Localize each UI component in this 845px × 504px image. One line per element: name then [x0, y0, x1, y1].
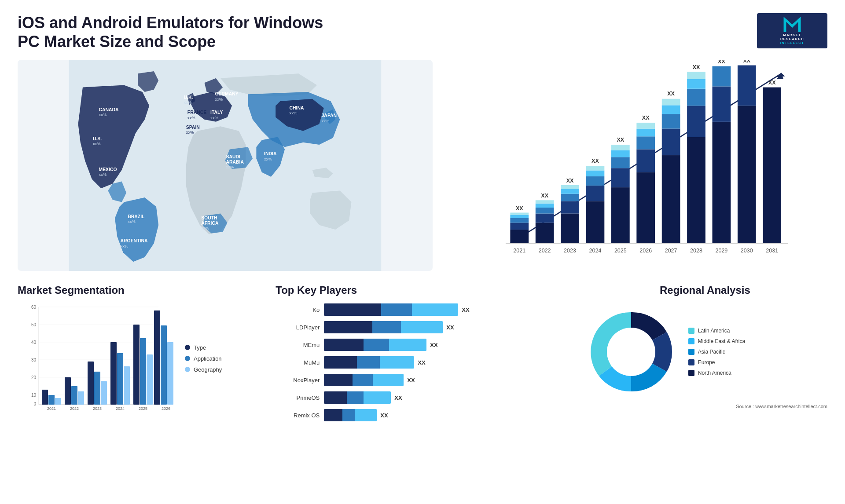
svg-text:2031: 2031	[766, 248, 778, 254]
svg-text:XX: XX	[592, 158, 599, 164]
svg-rect-82	[687, 79, 705, 89]
svg-text:SOUTH: SOUTH	[201, 216, 217, 221]
svg-text:CHINA: CHINA	[290, 106, 304, 110]
svg-text:XX: XX	[693, 64, 700, 70]
svg-rect-53	[561, 185, 579, 189]
logo-line2: RESEARCH	[780, 37, 804, 41]
svg-rect-63	[611, 157, 630, 168]
svg-rect-39	[510, 218, 529, 223]
legend-middle-east-label: Middle East & Africa	[698, 338, 745, 344]
svg-rect-129	[88, 362, 94, 405]
svg-text:xx%: xx%	[201, 226, 209, 230]
svg-rect-135	[124, 366, 130, 405]
svg-rect-86	[712, 87, 731, 122]
legend-latin-america: Latin America	[688, 328, 745, 334]
legend-type: Type	[185, 344, 222, 351]
legend-europe-color	[688, 359, 694, 365]
svg-rect-77	[662, 99, 680, 106]
segment-title: Market Segmentation	[18, 284, 262, 296]
svg-rect-138	[140, 338, 146, 405]
svg-text:50: 50	[31, 322, 37, 327]
player-bar-light-ko	[412, 303, 458, 316]
player-bar-mumu: XX	[324, 356, 569, 369]
player-bar-noxplayer: XX	[324, 374, 569, 386]
svg-text:xx%: xx%	[186, 130, 194, 135]
legend-north-america-label: North America	[698, 370, 731, 376]
page-wrapper: iOS and Android Emulators for Windows PC…	[0, 0, 845, 504]
regional-legend: Latin America Middle East & Africa Asia …	[688, 328, 745, 376]
svg-rect-44	[536, 214, 554, 223]
player-bar-light-mumu	[380, 356, 414, 369]
svg-rect-56	[586, 186, 604, 201]
svg-text:2021: 2021	[47, 406, 56, 411]
donut-chart-svg	[583, 303, 680, 400]
svg-text:ITALY: ITALY	[210, 110, 223, 115]
svg-rect-69	[636, 137, 655, 150]
player-bar-remixos: XX	[324, 409, 569, 421]
svg-text:XX: XX	[768, 80, 776, 86]
svg-text:ARABIA: ARABIA	[226, 160, 244, 164]
segment-bars-svg: 60 50 40 30 20 10 0	[18, 303, 176, 413]
svg-rect-123	[55, 398, 61, 405]
svg-rect-73	[662, 155, 680, 243]
svg-rect-43	[536, 223, 554, 244]
bottom-section: Market Segmentation 60 50 40 30 20 10 0	[18, 284, 827, 427]
svg-rect-52	[561, 189, 579, 194]
player-bar-mid-nox	[353, 374, 373, 386]
page-title: iOS and Android Emulators for Windows PC…	[18, 13, 326, 51]
svg-text:xx%: xx%	[99, 172, 107, 177]
segment-chart: Market Segmentation 60 50 40 30 20 10 0	[18, 284, 262, 427]
player-bar-primeos: XX	[324, 391, 569, 404]
svg-text:2023: 2023	[93, 406, 102, 411]
map-container: CANADA xx% U.S. xx% MEXICO xx% BRAZIL xx…	[18, 60, 433, 271]
player-name-primeos: PrimeOS	[276, 394, 320, 401]
svg-rect-142	[161, 325, 167, 405]
svg-rect-80	[687, 106, 705, 137]
player-bar-mid-prime	[347, 391, 364, 404]
svg-text:XX: XX	[566, 178, 574, 184]
svg-rect-70	[636, 129, 655, 137]
legend-application-dot	[185, 356, 190, 361]
legend-latin-america-color	[688, 328, 694, 334]
legend-geography-dot	[185, 367, 190, 372]
donut-wrap: Latin America Middle East & Africa Asia …	[583, 303, 827, 400]
logo-line3: INTELLECT	[780, 41, 805, 45]
svg-text:xx%: xx%	[322, 118, 330, 123]
svg-rect-41	[510, 213, 529, 215]
legend-asia-pacific-label: Asia Pacific	[698, 349, 725, 355]
svg-marker-0	[784, 17, 801, 32]
svg-rect-79	[687, 137, 705, 244]
svg-rect-71	[636, 123, 655, 129]
svg-rect-76	[662, 106, 680, 114]
svg-text:xx%: xx%	[215, 97, 223, 102]
svg-marker-36	[775, 73, 785, 77]
svg-text:2030: 2030	[741, 248, 753, 254]
svg-text:40: 40	[31, 340, 37, 345]
player-bar-memu: XX	[324, 339, 569, 351]
svg-rect-87	[712, 66, 731, 87]
legend-north-america: North America	[688, 370, 745, 376]
player-row-ldplayer: LDPlayer XX	[276, 321, 569, 333]
svg-text:XX: XX	[516, 206, 523, 212]
players-list: Ko XX LDPlayer XX	[276, 303, 569, 421]
svg-text:XX: XX	[667, 91, 675, 97]
svg-point-145	[607, 328, 655, 376]
svg-text:xx%: xx%	[264, 157, 272, 161]
player-row-ko: Ko XX	[276, 303, 569, 316]
svg-text:AFRICA: AFRICA	[201, 221, 219, 226]
logo-line1: MARKET	[783, 33, 801, 37]
player-bar-dark-prime	[324, 391, 347, 404]
svg-rect-133	[110, 342, 117, 405]
player-bar-ldplayer: XX	[324, 321, 569, 333]
svg-text:30: 30	[31, 358, 37, 362]
player-xx-prime: XX	[394, 394, 402, 401]
legend-asia-pacific: Asia Pacific	[688, 349, 745, 355]
svg-text:ARGENTINA: ARGENTINA	[121, 239, 148, 244]
player-name-noxplayer: NoxPlayer	[276, 377, 320, 383]
svg-rect-65	[611, 145, 630, 150]
player-name-mumu: MuMu	[276, 359, 320, 366]
svg-rect-126	[71, 386, 77, 405]
svg-text:60: 60	[31, 305, 37, 310]
svg-text:2027: 2027	[665, 248, 677, 254]
svg-rect-68	[636, 150, 655, 172]
